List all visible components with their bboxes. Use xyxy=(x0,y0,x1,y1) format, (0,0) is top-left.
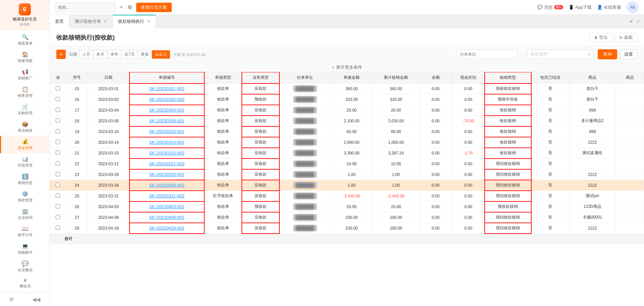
this-month-btn[interactable]: 本月 xyxy=(93,50,107,59)
doc-no-link[interactable]: SK-20230331-002 xyxy=(149,193,184,198)
doc-no-link[interactable]: SK-20230315-002 xyxy=(149,150,184,156)
row-doc-no[interactable]: SK-20230408-001 xyxy=(129,212,204,223)
row-checkbox[interactable] xyxy=(50,148,66,159)
app-logo-icon: 6 xyxy=(19,3,31,15)
doc-no-link[interactable]: SK-20230314-001 xyxy=(149,140,184,145)
tab-precheck[interactable]: 预计应收付单 ✕ xyxy=(69,15,113,28)
row-doc-no[interactable]: SK-20230321-003 xyxy=(129,159,204,169)
doc-type-select[interactable]: 单据类型 ▼ xyxy=(527,50,594,59)
counterpart-input[interactable] xyxy=(457,50,517,59)
sidebar-logo: 6 畅康道好生意 标推版 xyxy=(0,0,49,30)
row-checkbox[interactable] xyxy=(50,126,66,137)
row-include-cleared: 否 xyxy=(531,223,569,234)
row-doc-no[interactable]: SK-20230314-001 xyxy=(129,137,204,148)
row-product: 多计量商品2 xyxy=(569,116,616,126)
row-checkbox[interactable] xyxy=(50,116,66,126)
sidebar-item-guide[interactable]: 📖 新手引导 xyxy=(0,223,49,240)
row-checkbox[interactable] xyxy=(50,94,66,105)
doc-no-link[interactable]: SK-20230308-001 xyxy=(149,118,184,123)
topbar-search-input[interactable] xyxy=(55,3,115,12)
column-settings-icon: ⚙ xyxy=(56,75,60,80)
row-checkbox[interactable] xyxy=(50,201,66,212)
row-checkbox[interactable] xyxy=(50,212,66,223)
row-checkbox[interactable] xyxy=(50,137,66,148)
row-checkbox[interactable] xyxy=(50,105,66,116)
refresh-button[interactable]: ↻ 刷新 xyxy=(615,33,637,42)
sidebar-item-hardware[interactable]: 💻 智能硬件 xyxy=(0,240,49,258)
row-doc-type: 收款单 xyxy=(204,169,242,180)
row-checkbox[interactable] xyxy=(50,223,66,234)
sidebar-item-corp[interactable]: 🏢 企业协同 xyxy=(0,205,49,223)
sidebar-item-inventory[interactable]: 📦 库存核算 xyxy=(0,118,49,136)
user-avatar[interactable]: Rit xyxy=(627,1,639,13)
col-date: 日期 xyxy=(88,72,129,83)
row-doc-no[interactable]: SK-20230418-001 xyxy=(129,223,204,234)
row-doc-no[interactable]: SK-20230328-002 xyxy=(129,180,204,191)
tab-home[interactable]: 首页 xyxy=(50,15,69,28)
doc-no-link[interactable]: SK-20230304-001 xyxy=(149,108,184,113)
doc-no-link[interactable]: SK-20230328-002 xyxy=(149,183,184,188)
tab-collection[interactable]: 收款核销执行 ✕ xyxy=(113,15,156,28)
app-download-button[interactable]: 📱 App下载 xyxy=(569,4,592,10)
row-checkbox[interactable] xyxy=(50,191,66,201)
doc-no-link[interactable]: SK-20230310-001 xyxy=(149,129,184,134)
sidebar-item-basic[interactable]: ℹ️ 基础信息 xyxy=(0,171,49,188)
row-doc-no[interactable]: SK-20230403-002 xyxy=(129,201,204,212)
row-doc-no[interactable]: SK-20230304-001 xyxy=(129,105,204,116)
industry-solution-button[interactable]: 体验行业方案 xyxy=(136,3,172,12)
more-date-btn[interactable]: 更多 xyxy=(138,50,152,59)
doc-no-link[interactable]: SK-20230418-001 xyxy=(149,226,184,231)
row-doc-no[interactable]: SK-20230331-002 xyxy=(129,191,204,201)
row-cumulative: 1.00 xyxy=(373,169,419,180)
sidebar-item-finance[interactable]: 💰 资金管理 xyxy=(0,136,49,153)
doc-no-link[interactable]: SK-20230302-002 xyxy=(149,97,184,102)
sidebar-item-member[interactable]: V 畅会员 xyxy=(0,275,49,291)
search-button[interactable]: 查询 xyxy=(598,49,617,59)
doc-no-link[interactable]: SK-20230301-002 xyxy=(149,86,184,91)
row-checkbox[interactable] xyxy=(50,159,66,169)
col-settings[interactable]: ⚙ xyxy=(50,72,66,83)
row-checkbox[interactable] xyxy=(50,169,66,180)
row-checkbox[interactable] xyxy=(50,180,66,191)
last-month-btn[interactable]: 上月 xyxy=(79,50,93,59)
tab-collection-close[interactable]: ✕ xyxy=(147,19,150,24)
row-doc-no[interactable]: SK-20230302-002 xyxy=(129,94,204,105)
collapse-sidebar-icon[interactable]: ◀◀ xyxy=(32,296,40,303)
online-service-button[interactable]: 👤 在线客服 xyxy=(597,4,621,10)
row-doc-no[interactable]: SK-20230308-001 xyxy=(129,116,204,126)
row-biz-type: 应收款 xyxy=(242,137,279,148)
sidebar-item-marketing[interactable]: 📢 营销推广 xyxy=(0,66,49,83)
row-balance: 0.00 xyxy=(419,180,452,191)
settings-bottom-icon[interactable]: ⚙ xyxy=(9,296,14,303)
export-button[interactable]: ⬆ 导出 xyxy=(590,33,612,42)
doc-no-link[interactable]: SK-20230408-001 xyxy=(149,215,184,220)
tab-precheck-close[interactable]: ✕ xyxy=(104,19,107,24)
row-checkbox[interactable] xyxy=(50,83,66,94)
filter-settings-button[interactable]: 设置 xyxy=(620,49,637,59)
sidebar-item-system[interactable]: ⚙️ 系统管理 xyxy=(0,188,49,205)
custom-date-btn[interactable]: 自定义 xyxy=(152,50,170,59)
last-7-days-btn[interactable]: 近7天 xyxy=(121,50,138,59)
sidebar-item-sales[interactable]: 📋 销售管理 xyxy=(0,83,49,101)
doc-no-link[interactable]: SK-20230321-003 xyxy=(149,161,184,166)
sidebar-item-operation[interactable]: 📊 经营管理 xyxy=(0,153,49,171)
row-doc-no[interactable]: SK-20230328-001 xyxy=(129,169,204,180)
maximize-icon[interactable]: ⤢ xyxy=(636,19,640,24)
this-year-btn[interactable]: 本年 xyxy=(107,50,121,59)
topbar-dropdown-arrow[interactable]: ▼ xyxy=(119,5,123,10)
sidebar-item-wechat[interactable]: 💬 企业微信 xyxy=(0,258,49,275)
sidebar-item-purchase[interactable]: 🛒 采购管理 xyxy=(0,101,49,118)
sidebar-item-search[interactable]: 🔍 搜索菜单 xyxy=(0,31,49,49)
doc-no-link[interactable]: SK-20230403-002 xyxy=(149,204,184,209)
row-doc-no[interactable]: SK-20230315-002 xyxy=(129,148,204,159)
row-doc-no[interactable]: SK-20230310-001 xyxy=(129,126,204,137)
row-date: 2023-03-02 xyxy=(88,94,129,105)
settings-gear-icon[interactable]: ⚙ xyxy=(127,4,132,10)
message-button[interactable]: 💬 消息 99+ xyxy=(537,4,563,10)
close-all-tabs-icon[interactable]: ✕ xyxy=(629,19,633,24)
sidebar-item-quicknav[interactable]: 🏠 快捷导航 xyxy=(0,49,49,66)
filter-expand-button[interactable]: » xyxy=(56,50,66,59)
doc-no-link[interactable]: SK-20230328-001 xyxy=(149,172,184,177)
expand-conditions-bar[interactable]: ∨ 展开更多条件 xyxy=(50,63,644,72)
row-doc-no[interactable]: SK-20230301-002 xyxy=(129,83,204,94)
